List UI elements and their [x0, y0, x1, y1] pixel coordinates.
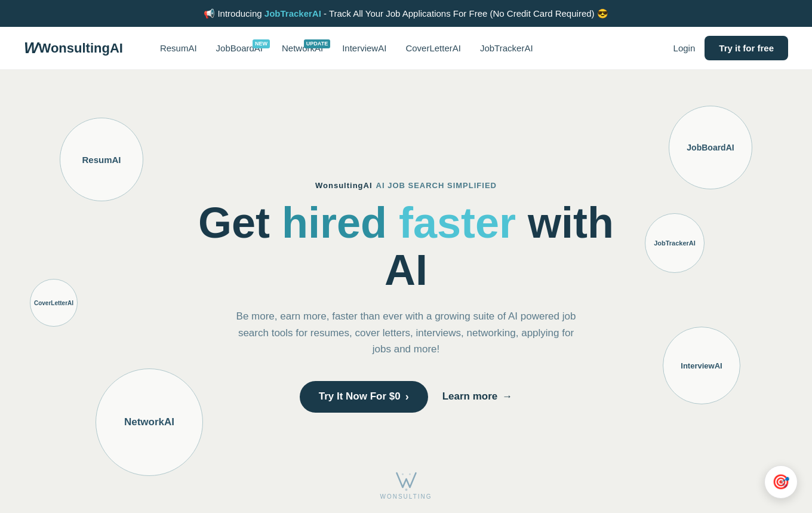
hero-brand-logo: WonsultingAI [315, 181, 373, 190]
nav-item-networkai[interactable]: NetworkAI UPDATE [273, 38, 331, 58]
svg-point-0 [405, 489, 407, 491]
hero-content: WonsultingAI AI JOB SEARCH SIMPLIFIED Ge… [197, 181, 615, 413]
title-faster: faster [399, 199, 528, 247]
title-hired: hired [282, 199, 399, 247]
banner-link[interactable]: JobTrackerAI [264, 8, 321, 19]
cta-secondary-label: Learn more [442, 391, 498, 403]
badge-new: NEW [253, 39, 270, 48]
cta-primary-label: Try It Now For $0 [319, 391, 401, 403]
main-nav: ResumAI JobBoardAI NEW NetworkAI UPDATE … [152, 38, 673, 58]
badge-update: UPDATE [304, 39, 330, 48]
bottom-logo-text: WONSULTING [380, 493, 432, 500]
bottom-logo: WONSULTING [380, 468, 432, 500]
nav-item-jobtrackerai[interactable]: JobTrackerAI [472, 38, 542, 58]
chat-button[interactable]: 🎯 [764, 465, 798, 499]
login-button[interactable]: Login [673, 43, 696, 53]
hero-brand: WonsultingAI AI JOB SEARCH SIMPLIFIED [197, 181, 615, 190]
circle-jobboardai[interactable]: JobBoardAI [669, 106, 752, 189]
nav-item-jobboardai[interactable]: JobBoardAI NEW [208, 38, 271, 58]
logo-text: WonsultingAI [39, 41, 123, 56]
svg-point-2 [408, 474, 410, 475]
announcement-banner: 📢 Introducing JobTrackerAI - Track All Y… [0, 0, 812, 27]
chat-icon: 🎯 [772, 474, 790, 490]
logo[interactable]: W WonsultingAI [24, 39, 123, 57]
cta-primary-button[interactable]: Try It Now For $0 › [300, 381, 428, 413]
circle-networkai[interactable]: NetworkAI [96, 368, 203, 476]
arrow-icon: › [405, 391, 409, 403]
hero-buttons: Try It Now For $0 › Learn more → [197, 381, 615, 413]
banner-prefix: 📢 Introducing [204, 8, 264, 19]
nav-item-coverletterai[interactable]: CoverLetterAI [397, 38, 469, 58]
header-actions: Login Try it for free [673, 36, 788, 60]
nav-item-resumai[interactable]: ResumAI [152, 38, 205, 58]
title-get: Get [198, 199, 282, 247]
circle-resumai[interactable]: ResumAI [60, 118, 143, 201]
hero-subtitle: Be more, earn more, faster than ever wit… [233, 308, 579, 357]
try-free-button[interactable]: Try it for free [705, 36, 788, 60]
banner-suffix: - Track All Your Job Applications For Fr… [321, 8, 608, 19]
hero-brand-suffix: AI JOB SEARCH SIMPLIFIED [376, 181, 497, 190]
logo-icon: W [24, 39, 39, 57]
hero-title: Get hired faster with AI [197, 199, 615, 294]
header: W WonsultingAI ResumAI JobBoardAI NEW Ne… [0, 27, 812, 70]
circle-jobtrackerai[interactable]: JobTrackerAI [645, 213, 705, 273]
circle-coverletterai[interactable]: CoverLetterAI [30, 279, 78, 327]
circle-interviewai[interactable]: InterviewAI [663, 327, 740, 404]
hero-section: ResumAI JobBoardAI JobTrackerAI CoverLet… [0, 70, 812, 513]
bottom-logo-icon [380, 468, 432, 492]
nav-item-interviewai[interactable]: InterviewAI [334, 38, 395, 58]
cta-secondary-link[interactable]: Learn more → [442, 391, 513, 403]
arrow-right-icon: → [502, 391, 512, 403]
svg-point-1 [401, 474, 403, 475]
